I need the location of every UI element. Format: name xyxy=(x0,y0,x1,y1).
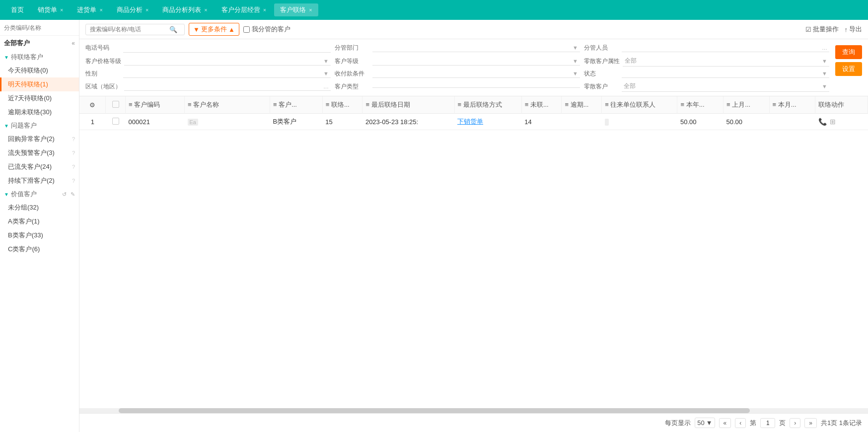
retail-customer-select[interactable]: 全部 ▼ xyxy=(622,81,829,92)
my-customer-checkbox[interactable] xyxy=(243,26,250,33)
batch-op-btn[interactable]: ☑ 批量操作 xyxy=(805,25,839,34)
sidebar-collapse-icon[interactable]: « xyxy=(72,40,75,47)
col-contact-header: ≡ 联络... xyxy=(322,96,362,114)
retail-attr-arrow-icon: ▼ xyxy=(822,58,827,64)
nav-customer-contact[interactable]: 客户联络 × xyxy=(274,3,318,16)
toolbar-search-input[interactable] xyxy=(90,26,169,33)
pagination: 每页显示 50 ▼ « ‹ 第 页 › » 共1页 1条记录 xyxy=(79,413,868,432)
sidebar-item-today[interactable]: 今天待联络(0) xyxy=(0,64,79,77)
payment-select[interactable]: ▼ xyxy=(372,70,580,78)
col-date-header: ≡ 最后联络日期 xyxy=(362,96,454,114)
person-more-icon[interactable]: … xyxy=(822,45,827,51)
row-this-month xyxy=(769,114,815,130)
row-checkbox-control[interactable] xyxy=(112,118,119,125)
close-purchase-icon[interactable]: × xyxy=(99,7,102,13)
sidebar-item-type-c[interactable]: C类客户(6) xyxy=(0,242,79,256)
col-settings-header[interactable]: ⚙ xyxy=(79,96,106,114)
nav-purchase[interactable]: 进货单 × xyxy=(71,3,108,16)
help-icon-repurchase[interactable]: ? xyxy=(72,136,75,142)
close-customer-tier-icon[interactable]: × xyxy=(263,7,266,13)
price-grade-select[interactable]: ▼ xyxy=(124,57,331,66)
first-page-btn[interactable]: « xyxy=(719,418,731,428)
customer-grade-select[interactable]: ▼ xyxy=(372,57,580,66)
status-select[interactable]: ▼ xyxy=(622,70,829,78)
horizontal-scrollbar[interactable] xyxy=(79,408,868,413)
settings-btn[interactable]: 设置 xyxy=(835,62,862,76)
col-type-header: ≡ 客户... xyxy=(270,96,322,114)
last-way-link[interactable]: 下销货单 xyxy=(457,118,483,125)
toolbar-right: ☑ 批量操作 ↑ 导出 xyxy=(805,25,863,34)
sidebar-item-repurchase-abnormal[interactable]: 回购异常客户(2) ? xyxy=(0,132,79,146)
filter-more-btn[interactable]: ▼ 更多条件 ▲ xyxy=(189,23,239,36)
col-year-header: ≡ 本年... xyxy=(677,96,723,114)
col-code-header: ≡ 客户编码 xyxy=(126,96,185,114)
header-checkbox[interactable] xyxy=(112,101,119,108)
close-product-analysis-list-icon[interactable]: × xyxy=(204,7,207,13)
row-last-month: 50.00 xyxy=(723,114,770,130)
customer-grade-arrow-icon: ▼ xyxy=(573,58,578,64)
group-value-customers: ▼ 价值客户 ↺ ✎ xyxy=(0,188,79,201)
help-icon-declining[interactable]: ? xyxy=(72,178,75,184)
gender-select[interactable]: ▼ xyxy=(123,70,331,78)
prev-page-btn[interactable]: ‹ xyxy=(735,418,746,428)
sidebar-search-input[interactable] xyxy=(4,24,78,31)
sidebar-item-7days[interactable]: 近7天待联络(0) xyxy=(0,91,79,105)
sidebar-item-type-b[interactable]: B类客户(33) xyxy=(0,228,79,242)
total-records: 共1页 1条记录 xyxy=(821,419,862,428)
row-checkbox[interactable] xyxy=(106,114,126,130)
export-btn[interactable]: ↑ 导出 xyxy=(845,25,863,34)
page-input[interactable] xyxy=(760,418,775,428)
col-this-month-header: ≡ 本月... xyxy=(769,96,815,114)
sidebar-item-type-a[interactable]: A类客户(1) xyxy=(0,215,79,228)
per-page-value: 50 xyxy=(697,419,704,427)
help-icon-churn-warning[interactable]: ? xyxy=(72,150,75,156)
close-sales-icon[interactable]: × xyxy=(60,7,63,13)
col-checkbox-header[interactable] xyxy=(106,96,126,114)
next-page-btn[interactable]: › xyxy=(790,418,800,428)
retail-attr-select[interactable]: 全部 ▼ xyxy=(623,56,829,67)
payment-label: 收付款条件 xyxy=(335,70,369,78)
customer-type-select[interactable] xyxy=(372,85,580,88)
gender-arrow-icon: ▼ xyxy=(323,71,329,76)
toolbar-search-icon[interactable]: 🔍 xyxy=(169,26,177,33)
sidebar-item-declining[interactable]: 持续下滑客户(2) ? xyxy=(0,174,79,188)
all-customers-title[interactable]: 全部客户 « xyxy=(0,36,79,51)
settings-icon[interactable]: ⚙ xyxy=(89,101,95,109)
sidebar-item-ungrouped[interactable]: 未分组(32) xyxy=(0,201,79,215)
sidebar-item-churned[interactable]: 已流失客户(24) ? xyxy=(0,160,79,174)
filter-row-1: 电话号码 分管部门 ▼ 分管人员 xyxy=(85,43,829,53)
nav-product-analysis[interactable]: 商品分析 × xyxy=(111,3,154,16)
nav-home[interactable]: 首页 xyxy=(5,3,30,16)
close-customer-contact-icon[interactable]: × xyxy=(309,7,312,13)
filter-row-4: 区域（地区） … 客户类型 零散客户 xyxy=(85,81,829,92)
row-name: Ea xyxy=(185,114,270,130)
row-last-way[interactable]: 下销货单 xyxy=(454,114,521,130)
phone-action-icon[interactable]: 📞 xyxy=(818,118,827,126)
sidebar-item-overdue-unlinked[interactable]: 逾期未联络(30) xyxy=(0,105,79,119)
close-product-analysis-icon[interactable]: × xyxy=(145,7,148,13)
table-header-row: ⚙ ≡ 客户编码 ≡ 客户名称 ≡ 客户... xyxy=(79,96,868,114)
retail-customer-arrow-icon: ▼ xyxy=(822,83,827,89)
sidebar-item-tomorrow[interactable]: 明天待联络(1) xyxy=(0,77,79,91)
query-btn[interactable]: 查询 xyxy=(835,45,862,59)
edit-icon[interactable]: ✎ xyxy=(71,191,75,198)
per-page-select[interactable]: 50 ▼ xyxy=(695,418,715,428)
phone-input[interactable] xyxy=(123,43,331,53)
my-customer-toggle[interactable]: 我分管的客户 xyxy=(243,25,290,34)
region-more-icon[interactable]: … xyxy=(323,83,329,89)
help-icon-churned[interactable]: ? xyxy=(72,164,75,170)
scrollbar-thumb[interactable] xyxy=(119,408,749,413)
dept-select[interactable]: ▼ xyxy=(372,44,580,52)
last-page-btn[interactable]: » xyxy=(804,418,817,428)
page-suffix: 页 xyxy=(779,419,786,428)
filter-icon: ▼ xyxy=(193,26,200,33)
nav-customer-tier[interactable]: 客户分层经营 × xyxy=(216,3,272,16)
col-last-month-header: ≡ 上月... xyxy=(723,96,770,114)
nav-product-analysis-list[interactable]: 商品分析列表 × xyxy=(156,3,213,16)
sidebar-item-churn-warning[interactable]: 流失预警客户(3) ? xyxy=(0,146,79,160)
nav-sales[interactable]: 销货单 × xyxy=(32,3,69,16)
refresh-icon[interactable]: ↺ xyxy=(62,191,67,198)
table-area: ⚙ ≡ 客户编码 ≡ 客户名称 ≡ 客户... xyxy=(79,96,868,408)
main-layout: 🔍 全部客户 « ▼ 待联络客户 今天待联络(0) 明天待联络(1) 近7天待联… xyxy=(0,20,868,432)
grid-action-icon[interactable]: ⊞ xyxy=(830,118,836,126)
